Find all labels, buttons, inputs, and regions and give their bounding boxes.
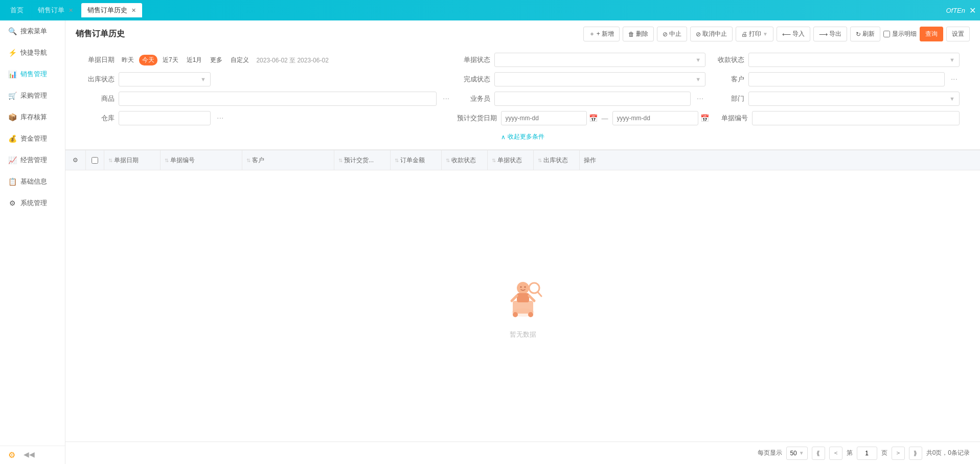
- print-button[interactable]: 🖨 打印 ▼: [736, 27, 773, 41]
- page-label-before: 第: [847, 449, 853, 457]
- new-label: + 新增: [597, 30, 614, 38]
- import-button[interactable]: ⟵ 导入: [777, 27, 810, 41]
- delivery-date-end-input[interactable]: [612, 111, 698, 125]
- first-page-button[interactable]: ⟪: [812, 447, 825, 460]
- table-header: ⚙ ⇅ 单据日期 ⇅ 单据编号 ⇅ 客户 ⇅: [65, 150, 980, 170]
- sales-icon: 📊: [8, 70, 16, 78]
- often-label: OfTEn: [946, 7, 965, 14]
- date-custom-btn[interactable]: 自定义: [227, 55, 252, 65]
- date-more-btn[interactable]: 更多: [207, 55, 225, 65]
- th-date[interactable]: ⇅ 单据日期: [104, 150, 161, 170]
- th-settings[interactable]: ⚙: [65, 150, 86, 170]
- sidebar-item-purchase[interactable]: 🛒 采购管理: [0, 85, 65, 106]
- export-label: 导出: [829, 30, 841, 38]
- th-customer[interactable]: ⇅ 客户: [242, 150, 334, 170]
- sidebar-item-base-info[interactable]: 📋 基础信息: [0, 171, 65, 192]
- sidebar-item-inventory[interactable]: 📦 库存核算: [0, 106, 65, 128]
- sidebar-item-sales[interactable]: 📊 销售管理: [0, 63, 65, 85]
- bill-no-filter-input[interactable]: [752, 111, 960, 125]
- salesman-filter-input[interactable]: [494, 92, 691, 106]
- filter-group-complete-status: 完成状态 ▼: [462, 72, 705, 86]
- tab-home-label: 首页: [10, 6, 24, 15]
- tab-sales-order-history[interactable]: 销售订单历史 ✕: [81, 3, 142, 17]
- tab-sales-order-close[interactable]: ✕: [69, 7, 73, 14]
- th-out-status[interactable]: ⇅ 出库状态: [534, 150, 580, 170]
- complete-status-select[interactable]: ▼: [494, 72, 705, 86]
- sidebar-item-operations[interactable]: 📈 经营管理: [0, 149, 65, 171]
- refresh-button[interactable]: ↻ 刷新: [850, 27, 880, 41]
- delivery-date-start-input[interactable]: [501, 111, 587, 125]
- goods-filter-label: 商品: [86, 94, 115, 103]
- sidebar-item-finance[interactable]: 💰 资金管理: [0, 128, 65, 149]
- sort-amount-icon: ⇅: [395, 158, 399, 163]
- goods-filter-input[interactable]: [119, 92, 437, 106]
- salesman-dots-icon[interactable]: ···: [695, 94, 705, 103]
- date-yesterday-btn[interactable]: 昨天: [119, 55, 137, 65]
- sidebar-item-system[interactable]: ⚙ 系统管理: [0, 192, 65, 214]
- date-today-btn[interactable]: 今天: [139, 55, 157, 65]
- empty-text: 暂无数据: [510, 330, 536, 339]
- sidebar-item-search[interactable]: 🔍 搜索菜单: [0, 20, 65, 42]
- th-pay-status[interactable]: ⇅ 收款状态: [442, 150, 488, 170]
- show-detail-checkbox[interactable]: [883, 31, 890, 37]
- date-filter-label: 单据日期: [86, 55, 115, 64]
- customer-filter-input[interactable]: [748, 72, 945, 86]
- new-icon: ＋: [589, 30, 595, 38]
- date-7days-btn[interactable]: 近7天: [159, 55, 181, 65]
- th-pay-status-label: 收款状态: [451, 156, 476, 165]
- th-operation: 操作: [580, 150, 980, 170]
- delivery-date-start-cal-icon[interactable]: 📅: [589, 114, 598, 122]
- stop-label: 中止: [669, 30, 681, 38]
- filter-group-warehouse: 仓库 ···: [86, 111, 447, 125]
- stop-button[interactable]: ⊘ 中止: [657, 27, 687, 41]
- show-detail-checkbox-label[interactable]: 显示明细: [883, 30, 917, 38]
- page-size-chevron-icon: ▼: [799, 450, 804, 456]
- filter-row-2: 出库状态 ▼ 完成状态 ▼: [86, 72, 960, 86]
- cancel-stop-button[interactable]: ⊘ 取消中止: [690, 27, 733, 41]
- settings-bottom-icon[interactable]: ⚙: [8, 450, 15, 460]
- order-status-select[interactable]: ▼: [494, 53, 705, 67]
- new-button[interactable]: ＋ + 新增: [583, 27, 620, 41]
- th-operation-label: 操作: [584, 156, 596, 165]
- th-amount[interactable]: ⇅ 订单金额: [391, 150, 442, 170]
- query-button[interactable]: 查询: [920, 27, 943, 41]
- delete-button[interactable]: 🗑 删除: [623, 27, 654, 41]
- goods-dots-icon[interactable]: ···: [441, 94, 451, 103]
- prev-page-button[interactable]: ＜: [829, 447, 842, 460]
- warehouse-filter-input[interactable]: [119, 111, 211, 125]
- out-status-select[interactable]: ▼: [119, 72, 211, 86]
- th-no[interactable]: ⇅ 单据编号: [161, 150, 242, 170]
- select-all-checkbox[interactable]: [92, 157, 98, 164]
- customer-dots-icon[interactable]: ···: [949, 75, 960, 84]
- complete-status-chevron-icon: ▼: [695, 76, 701, 82]
- date-1month-btn[interactable]: 近1月: [184, 55, 206, 65]
- top-close-icon[interactable]: ✕: [969, 6, 976, 15]
- th-checkbox[interactable]: [86, 150, 104, 170]
- dept-select[interactable]: ▼: [748, 92, 960, 106]
- th-amount-label: 订单金额: [400, 156, 425, 165]
- tab-home[interactable]: 首页: [4, 3, 30, 17]
- th-delivery[interactable]: ⇅ 预计交货...: [334, 150, 391, 170]
- warehouse-dots-icon[interactable]: ···: [215, 114, 225, 123]
- sidebar-item-quick-nav[interactable]: ⚡ 快捷导航: [0, 42, 65, 63]
- filter-group-out-status: 出库状态 ▼: [86, 72, 451, 86]
- page-size-select[interactable]: 50 ▼: [786, 447, 807, 460]
- tab-sales-order[interactable]: 销售订单 ✕: [32, 3, 79, 17]
- delivery-date-end-cal-icon[interactable]: 📅: [700, 114, 709, 122]
- date-range-text: 2023-06-02 至 2023-06-02: [256, 56, 328, 65]
- export-button[interactable]: ⟶ 导出: [813, 27, 847, 41]
- content-area: 销售订单历史 ＋ + 新增 🗑 删除 ⊘ 中止 ⊘: [65, 20, 980, 464]
- page-number-input[interactable]: [857, 447, 877, 460]
- tab-sales-order-history-close[interactable]: ✕: [131, 7, 136, 14]
- svg-rect-5: [517, 293, 529, 302]
- collapse-sidebar-icon[interactable]: ◀◀: [24, 450, 35, 460]
- th-order-status[interactable]: ⇅ 单据状态: [488, 150, 534, 170]
- last-page-button[interactable]: ⟫: [909, 447, 922, 460]
- inventory-icon: 📦: [8, 113, 16, 121]
- settings-button[interactable]: 设置: [946, 27, 970, 41]
- import-icon: ⟵: [782, 31, 791, 38]
- pay-status-select[interactable]: ▼: [748, 53, 960, 67]
- next-page-button[interactable]: ＞: [892, 447, 905, 460]
- th-delivery-label: 预计交货...: [344, 156, 374, 165]
- collapse-bar[interactable]: ∧ 收起更多条件: [86, 130, 960, 145]
